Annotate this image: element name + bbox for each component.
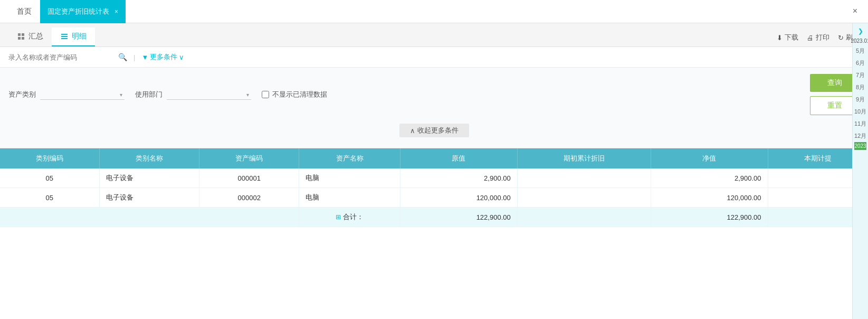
month-5[interactable]: 5月: [853, 45, 868, 57]
total-net-value: 122,900.00: [651, 208, 768, 227]
month-11[interactable]: 11月: [853, 118, 868, 130]
col-net-value: 净值: [651, 148, 768, 168]
asset-category-select-wrap: [40, 89, 125, 100]
cell-category-code-1: 05: [0, 168, 99, 188]
hide-cleared-field: 不显示已清理数据: [262, 90, 327, 99]
total-icon-cell: [0, 208, 299, 227]
year-badge: 2023: [854, 142, 866, 150]
table-row[interactable]: 05 电子设备 000002 电脑 120,000.00 120,000.00: [0, 188, 868, 208]
total-label-text: 合计：: [343, 212, 364, 222]
asset-category-label: 资产类别: [8, 90, 36, 99]
col-asset-name: 资产名称: [299, 148, 400, 168]
collapse-icon: ∧: [410, 127, 415, 135]
total-original-value: 122,900.00: [400, 208, 518, 227]
search-bar: 🔍 | ▼ 更多条件 ∨: [0, 47, 868, 68]
table-row[interactable]: 05 电子设备 000001 电脑 2,900.00 2,900.00: [0, 168, 868, 188]
cell-asset-name-1: 电脑: [299, 168, 400, 188]
top-navigation: 首页 固定资产折旧统计表 × ×: [0, 0, 868, 23]
print-button[interactable]: 🖨 打印: [807, 33, 829, 42]
data-table: 类别编码 类别名称 资产编码 资产名称 原值 期初累计折旧 净值 本期计提 05…: [0, 148, 868, 227]
detail-icon: [60, 32, 69, 41]
toolbar-actions: ⬇ 下载 🖨 打印 ↻ 刷新: [777, 33, 860, 42]
cell-asset-name-2: 电脑: [299, 188, 400, 208]
svg-rect-3: [22, 37, 24, 40]
svg-rect-1: [22, 33, 24, 36]
download-button[interactable]: ⬇ 下载: [777, 33, 798, 42]
svg-rect-4: [61, 34, 68, 35]
panel-date-label: 2023.01: [851, 38, 868, 44]
total-icon: ⊞: [336, 213, 341, 221]
print-icon: 🖨: [807, 34, 814, 42]
cell-accumulated-dep-1: [517, 168, 651, 188]
tab-summary-label: 汇总: [28, 32, 43, 41]
col-category-name: 类别名称: [99, 148, 199, 168]
col-accumulated-dep: 期初累计折旧: [517, 148, 651, 168]
month-9[interactable]: 9月: [853, 93, 868, 106]
print-label: 打印: [816, 33, 829, 42]
cell-category-name-2: 电子设备: [99, 188, 199, 208]
cell-category-code-2: 05: [0, 188, 99, 208]
month-12[interactable]: 12月: [853, 130, 868, 142]
tab-label: 固定资产折旧统计表: [47, 7, 109, 16]
more-conditions-toggle[interactable]: ▼ 更多条件 ∨: [141, 52, 184, 62]
hide-cleared-checkbox[interactable]: [262, 91, 269, 98]
summary-icon: [17, 32, 25, 41]
window-close-icon[interactable]: ×: [853, 6, 857, 16]
hide-cleared-label: 不显示已清理数据: [272, 90, 327, 99]
month-list: 5月 6月 7月 8月 9月 10月 11月 12月: [853, 45, 868, 142]
month-7[interactable]: 7月: [853, 69, 868, 81]
month-8[interactable]: 8月: [853, 81, 868, 93]
asset-category-field: 资产类别: [8, 89, 125, 100]
cell-net-value-2: 120,000.00: [651, 188, 768, 208]
cell-original-value-1: 2,900.00: [400, 168, 518, 188]
tab-summary[interactable]: 汇总: [8, 27, 52, 46]
chevron-down-icon: ∨: [179, 53, 184, 61]
cell-net-value-1: 2,900.00: [651, 168, 768, 188]
download-icon: ⬇: [777, 34, 783, 42]
col-asset-code: 资产编码: [199, 148, 299, 168]
department-field: 使用部门: [135, 89, 251, 100]
department-label: 使用部门: [135, 90, 163, 99]
col-category-code: 类别编码: [0, 148, 99, 168]
department-select-wrap: [167, 89, 251, 100]
department-select[interactable]: [167, 89, 251, 100]
home-nav-item[interactable]: 首页: [8, 7, 40, 16]
more-conditions-label: 更多条件: [150, 52, 177, 62]
cell-accumulated-dep-2: [517, 188, 651, 208]
download-label: 下载: [785, 33, 798, 42]
svg-rect-6: [61, 38, 68, 39]
filter-area: 资产类别 使用部门 不显示已清理数据: [0, 68, 868, 148]
col-original-value: 原值: [400, 148, 518, 168]
search-input[interactable]: [8, 53, 114, 61]
svg-rect-0: [18, 33, 21, 36]
svg-rect-5: [61, 36, 68, 37]
tab-close-icon[interactable]: ×: [115, 8, 118, 15]
table-header-row: 类别编码 类别名称 资产编码 资产名称 原值 期初累计折旧 净值 本期计提: [0, 148, 868, 168]
filter-icon: ▼: [141, 53, 148, 61]
view-tabs: 汇总 明细 ⬇ 下载 🖨 打印 ↻ 刷新: [0, 23, 868, 47]
tab-detail-label: 明细: [72, 32, 87, 41]
cell-category-name-1: 电子设备: [99, 168, 199, 188]
main-content: ❯ 2023.01 5月 6月 7月 8月 9月 10月 11月 12月 202…: [0, 23, 868, 319]
total-accumulated-dep: [517, 208, 651, 227]
total-row: ⊞ 合计： 122,900.00 122,900.00: [0, 208, 868, 227]
cell-asset-code-2: 000002: [199, 188, 299, 208]
search-icon[interactable]: 🔍: [118, 53, 127, 61]
asset-category-select[interactable]: [40, 89, 125, 100]
filter-row: 资产类别 使用部门 不显示已清理数据: [8, 74, 860, 115]
total-label-cell: ⊞ 合计：: [299, 208, 400, 227]
month-6[interactable]: 6月: [853, 57, 868, 69]
data-table-wrap: 类别编码 类别名称 资产编码 资产名称 原值 期初累计折旧 净值 本期计提 05…: [0, 148, 868, 319]
panel-arrow-icon[interactable]: ❯: [858, 27, 863, 35]
refresh-icon: ↻: [838, 34, 844, 42]
month-10[interactable]: 10月: [853, 106, 868, 118]
collapse-conditions-button[interactable]: ∧ 收起更多条件: [399, 124, 469, 137]
cell-asset-code-1: 000001: [199, 168, 299, 188]
right-month-panel: ❯ 2023.01 5月 6月 7月 8月 9月 10月 11月 12月 202…: [852, 23, 868, 319]
svg-rect-2: [18, 37, 21, 40]
collapse-label: 收起更多条件: [417, 126, 459, 135]
tab-detail[interactable]: 明细: [52, 27, 95, 46]
cell-original-value-2: 120,000.00: [400, 188, 518, 208]
active-tab[interactable]: 固定资产折旧统计表 ×: [40, 0, 126, 23]
